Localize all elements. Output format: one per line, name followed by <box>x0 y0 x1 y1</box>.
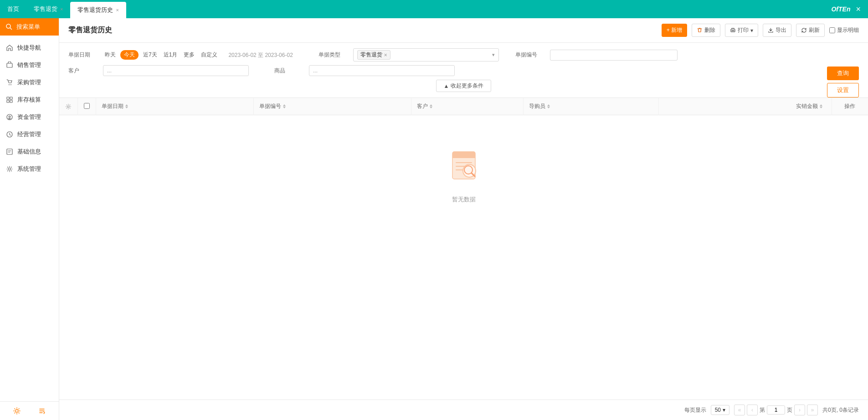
date-opt-custom[interactable]: 自定义 <box>199 50 219 60</box>
page-suffix: 页 <box>787 406 792 414</box>
date-opt-1month[interactable]: 近1月 <box>162 50 180 60</box>
tab-retail-return-history-close[interactable]: × <box>116 7 118 13</box>
settings-filter-button[interactable]: 设置 <box>827 83 859 97</box>
sidebar-item-basic-info[interactable]: 基础信息 <box>0 143 59 160</box>
page-nav: « ‹ 第 页 › » <box>734 405 818 415</box>
sidebar-item-basic-info-label: 基础信息 <box>17 148 41 156</box>
sidebar-item-system[interactable]: 系统管理 <box>0 160 59 178</box>
top-bar: 首页 零售退货 × 零售退货历史 × OfTEn × <box>0 0 868 18</box>
date-opt-today[interactable]: 今天 <box>120 50 139 60</box>
tab-home[interactable]: 首页 <box>0 0 26 18</box>
empty-state: 暂无数据 <box>59 115 868 231</box>
display-detail-checkbox[interactable] <box>829 27 835 33</box>
tab-retail-return-close[interactable]: × <box>60 6 63 12</box>
table-header: 单据日期 单据编号 <box>59 98 868 115</box>
refresh-button[interactable]: 刷新 <box>796 24 825 37</box>
data-table: 单据日期 单据编号 <box>59 98 868 115</box>
th-amount[interactable]: 实销金额 <box>658 98 832 115</box>
svg-point-11 <box>9 168 11 170</box>
print-dropdown-icon[interactable]: ▾ <box>750 27 753 34</box>
new-button[interactable]: + 新增 <box>662 24 687 37</box>
date-opt-more[interactable]: 更多 <box>182 50 196 60</box>
collapse-icon-up: ▲ <box>444 83 449 89</box>
svg-point-4 <box>10 84 11 85</box>
sidebar-gear-button[interactable] <box>12 406 21 415</box>
select-all-checkbox[interactable] <box>84 103 90 109</box>
customer-filter-input[interactable]: ... <box>103 65 249 76</box>
last-page-button[interactable]: » <box>807 405 818 415</box>
gear-icon <box>13 407 21 415</box>
export-button[interactable]: 导出 <box>763 24 791 37</box>
total-info: 共0页, 0条记录 <box>822 406 859 414</box>
first-page-button[interactable]: « <box>734 405 745 415</box>
column-settings-icon <box>65 103 72 110</box>
date-opt-yesterday[interactable]: 昨天 <box>103 50 118 60</box>
filter-action-buttons: 查询 设置 <box>827 67 859 97</box>
th-amount-label: 实销金额 <box>796 102 818 110</box>
query-button[interactable]: 查询 <box>827 67 859 80</box>
refresh-label: 刷新 <box>809 26 820 34</box>
svg-rect-14 <box>732 31 734 31</box>
per-page-dropdown-icon: ▾ <box>723 407 725 413</box>
type-tag-close[interactable]: × <box>384 52 387 58</box>
collapse-button[interactable]: ▲ 收起更多条件 <box>436 80 492 92</box>
home-icon <box>5 44 14 52</box>
display-detail-toggle: 显示明细 <box>829 26 859 34</box>
table-container: 单据日期 单据编号 <box>59 98 868 400</box>
filter-row-2: 客户 ... 商品 ... <box>68 65 859 76</box>
window-close-button[interactable]: × <box>856 5 861 14</box>
sidebar-item-inventory[interactable]: 库存核算 <box>0 91 59 108</box>
number-sort-icon <box>283 104 286 108</box>
tab-retail-return-label: 零售退货 <box>34 5 57 13</box>
th-date[interactable]: 单据日期 <box>96 98 253 115</box>
th-number[interactable]: 单据编号 <box>253 98 411 115</box>
print-button[interactable]: 打印 ▾ <box>725 24 758 37</box>
toolbar: + 新增 删除 打印 ▾ 导出 刷新 <box>662 24 859 37</box>
prev-page-button[interactable]: ‹ <box>747 405 758 415</box>
th-number-label: 单据编号 <box>259 102 281 110</box>
delete-icon <box>697 27 703 33</box>
sidebar-bottom <box>0 401 59 420</box>
guide-sort-icon <box>547 104 550 108</box>
tab-retail-return-history[interactable]: 零售退货历史 × <box>70 2 126 18</box>
th-guide[interactable]: 导购员 <box>524 98 658 115</box>
th-customer[interactable]: 客户 <box>411 98 524 115</box>
sidebar-item-purchase[interactable]: 采购管理 <box>0 74 59 91</box>
filter-collapse: ▲ 收起更多条件 <box>68 80 859 92</box>
sidebar-item-sales-label: 销售管理 <box>17 61 41 69</box>
svg-point-12 <box>15 410 18 412</box>
type-filter-input[interactable]: 零售退货 × ▾ <box>353 48 499 61</box>
date-opt-7days[interactable]: 近7天 <box>141 50 159 60</box>
tab-retail-return[interactable]: 零售退货 × <box>26 0 70 18</box>
delete-button[interactable]: 删除 <box>692 24 720 37</box>
page-input[interactable] <box>767 405 785 415</box>
th-settings[interactable] <box>59 98 77 115</box>
th-customer-label: 客户 <box>417 102 428 110</box>
inventory-icon <box>5 96 14 104</box>
svg-rect-10 <box>7 149 12 154</box>
refresh-icon <box>801 27 807 33</box>
sidebar-nav: 快捷导航 销售管理 采购管理 库存核算 <box>0 36 59 401</box>
type-filter-label: 单据类型 <box>318 51 346 59</box>
date-options: 昨天 今天 近7天 近1月 更多 自定义 <box>103 50 219 60</box>
svg-rect-5 <box>7 97 9 99</box>
sidebar-collapse-button[interactable] <box>37 406 46 415</box>
sidebar-item-operations[interactable]: 经营管理 <box>0 126 59 143</box>
svg-line-1 <box>10 28 12 30</box>
search-menu-button[interactable]: 搜索菜单 <box>0 18 59 36</box>
type-dropdown-arrow[interactable]: ▾ <box>492 52 495 58</box>
sidebar-item-quick-nav[interactable]: 快捷导航 <box>0 39 59 56</box>
sidebar-item-sales[interactable]: 销售管理 <box>0 56 59 74</box>
number-filter-input[interactable] <box>550 50 678 61</box>
sidebar-item-finance[interactable]: 资金管理 <box>0 108 59 126</box>
svg-point-3 <box>9 84 10 85</box>
collapse-label: 收起更多条件 <box>451 82 483 90</box>
per-page-label: 每页显示 <box>684 406 706 414</box>
per-page-select[interactable]: 50 ▾ <box>711 405 729 415</box>
th-action: 操作 <box>832 98 868 115</box>
goods-filter-input[interactable]: ... <box>309 65 455 76</box>
page-info: 第 页 <box>760 405 792 415</box>
next-page-button[interactable]: › <box>794 405 805 415</box>
date-filter-label: 单据日期 <box>68 51 96 59</box>
th-checkbox[interactable] <box>77 98 96 115</box>
